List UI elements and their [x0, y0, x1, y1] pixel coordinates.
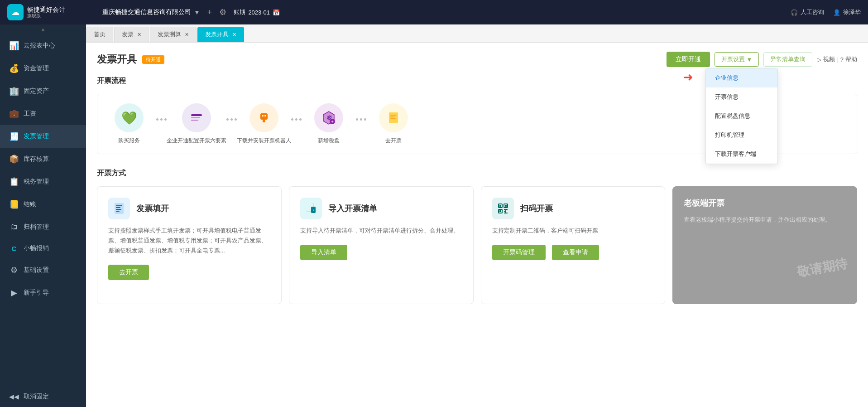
sidebar-item-gongzi[interactable]: 💼 工资 [0, 102, 86, 125]
header-actions: 立即开通 开票设置 ▼ 企业信息 开票信息 配置税盘信息 [667, 52, 858, 67]
tab-bar: 首页 发票 ✕ 发票测算 ✕ 发票开具 ✕ ✕ ⛶ [86, 24, 868, 43]
svg-rect-3 [260, 113, 268, 120]
sidebar-label-xiaochang: 小畅报销 [24, 244, 49, 252]
chevron-down-icon: ▼ [194, 9, 200, 16]
sidebar-item-yunbao[interactable]: 📊 云报表中心 [0, 34, 86, 57]
robot-svg-icon [257, 111, 271, 125]
tab-fapiaocesuan[interactable]: 发票测算 ✕ [150, 27, 197, 42]
sidebar-item-guidang[interactable]: 🗂 归档管理 [0, 216, 86, 238]
user-icon: 👤 [833, 9, 840, 16]
process-step-buy: 💚 购买服务 [102, 103, 156, 145]
dropdown-item-invoice[interactable]: 开票信息 [706, 87, 777, 107]
import-svg-icon: ← [305, 202, 317, 215]
dropdown-printer-label: 打印机管理 [715, 131, 744, 138]
add-button[interactable]: + [207, 8, 212, 17]
money-icon: 💰 [9, 63, 19, 73]
step-icon-config [182, 103, 211, 132]
method-card-boss-header: 老板端开票 [684, 198, 846, 208]
dropdown-item-taxdisk[interactable]: 配置税盘信息 [706, 107, 777, 126]
process-step-addtax: 税 + 新增税盘 [302, 103, 356, 145]
svg-rect-15 [115, 203, 124, 214]
method-card-manual-header: 发票填开 [108, 198, 270, 219]
sidebar-item-kucun[interactable]: 📦 库存核算 [0, 148, 86, 170]
activate-button[interactable]: 立即开通 [667, 52, 710, 67]
company-selector[interactable]: 重庆畅捷交通信息咨询有限公司 ▼ [102, 8, 200, 16]
svg-rect-18 [116, 209, 121, 210]
chart-icon: 📊 [9, 41, 19, 51]
anomaly-button[interactable]: 异常清单查询 [763, 52, 812, 67]
sidebar-item-fapiao[interactable]: 🧾 发票管理 [0, 125, 86, 148]
sidebar-item-zijin[interactable]: 💰 资金管理 [0, 57, 86, 80]
pin-icon: ◀◀ [9, 393, 19, 400]
svg-rect-0 [191, 114, 202, 116]
import-list-button[interactable]: 导入清单 [300, 245, 347, 260]
logo-area: ☁ 畅捷通好会计 旗舰版 [7, 4, 93, 20]
svg-rect-11 [389, 112, 398, 123]
tab-home-label: 首页 [94, 30, 106, 39]
manual-invoice-button[interactable]: 去开票 [108, 265, 149, 280]
process-dots-3 [291, 118, 302, 130]
step-label-addtax: 新增税盘 [318, 137, 340, 145]
methods-section-title: 开票方式 [97, 169, 857, 178]
tab-fapiaocesuan-close[interactable]: ✕ [185, 32, 189, 38]
company-name-text: 重庆畅捷交通信息咨询有限公司 [102, 8, 191, 16]
page-title-area: 发票开具 待开通 [97, 53, 164, 66]
scroll-up-btn[interactable]: ▲ [0, 24, 86, 34]
video-button[interactable]: ▷ 视频 | ? 帮助 [817, 55, 857, 63]
sidebar-item-jichu[interactable]: ⚙ 基础设置 [0, 259, 86, 281]
logo-icon: ☁ [7, 4, 24, 20]
invoice-icon: 🧾 [9, 131, 19, 141]
calendar-icon[interactable]: 📅 [273, 9, 280, 16]
video-label: 视频 [823, 55, 835, 63]
sidebar: ▲ 📊 云报表中心 💰 资金管理 🏢 固定资产 💼 工资 🧾 发票管理 📦 库存… [0, 24, 86, 407]
dot [226, 118, 229, 121]
consult-label: 人工咨询 [801, 8, 824, 16]
svg-rect-6 [263, 120, 265, 122]
step-icon-addtax: 税 + [314, 103, 343, 132]
settings-button[interactable]: 开票设置 ▼ [715, 52, 759, 67]
dot [295, 118, 297, 121]
import-icon: ← [300, 198, 322, 219]
tab-fapiaokaipu-close[interactable]: ✕ [232, 32, 236, 38]
tab-home[interactable]: 首页 [86, 27, 113, 42]
methods-section: 开票方式 发票填开 支持按照发票样式手工填 [97, 169, 857, 304]
sidebar-item-unpin[interactable]: ◀◀ 取消固定 [0, 386, 86, 407]
tab-fapiaokaipu[interactable]: 发票开具 ✕ [197, 27, 244, 42]
dot [156, 118, 158, 121]
view-application-button[interactable]: 查看申请 [552, 245, 599, 260]
svg-rect-19 [116, 211, 120, 212]
svg-rect-28 [505, 205, 507, 207]
period-label: 账期 [234, 8, 245, 16]
method-card-boss: 老板端开票 查看老板端小程序提交的开票申请，并作出相应的处理。 敬请期待 [672, 186, 857, 304]
process-step-install: 下载并安装开票机器人 [237, 103, 291, 145]
sidebar-item-shuiwu[interactable]: 📋 税务管理 [0, 170, 86, 193]
box-icon: 📦 [9, 154, 19, 164]
tab-fapiao-close[interactable]: ✕ [137, 32, 141, 38]
sidebar-item-xiaochang[interactable]: C 小畅报销 [0, 238, 86, 259]
svg-rect-14 [390, 118, 396, 119]
status-badge: 待开通 [142, 55, 164, 64]
dropdown-item-company[interactable]: 企业信息 [706, 68, 777, 87]
svg-rect-12 [390, 115, 397, 116]
sidebar-item-gudingzichan[interactable]: 🏢 固定资产 [0, 80, 86, 102]
app-sub: 旗舰版 [27, 13, 65, 19]
human-consult[interactable]: 🎧 人工咨询 [791, 8, 824, 16]
sidebar-item-jiezhang[interactable]: 📒 结账 [0, 193, 86, 216]
user-area[interactable]: 👤 徐泽华 [833, 8, 861, 16]
tab-fapiao[interactable]: 发票 ✕ [114, 27, 149, 42]
invoice-svg-icon [386, 111, 401, 125]
svg-rect-1 [191, 117, 200, 118]
method-card-import: ← 导入开票清单 支持导入待开票清单，可对待开票清单进行拆分、合并处理。 导入清… [289, 186, 474, 304]
dot [160, 118, 163, 121]
sidebar-item-xinshou[interactable]: ▶ 新手引导 [0, 281, 86, 304]
settings-icon[interactable]: ⚙ [219, 7, 226, 17]
method-title-manual: 发票填开 [136, 203, 169, 214]
dropdown-item-printer[interactable]: 打印机管理 [706, 126, 777, 145]
method-card-import-header: ← 导入开票清单 [300, 198, 462, 219]
method-desc-scan: 支持定制开票二维码，客户端可扫码开票 [492, 226, 654, 236]
qr-manage-button[interactable]: 开票码管理 [492, 245, 546, 260]
method-card-scan-header: 扫码开票 [492, 198, 654, 219]
svg-rect-29 [499, 210, 501, 212]
dropdown-company-info-label: 企业信息 [715, 74, 739, 81]
dropdown-item-download[interactable]: 下载开票客户端 [706, 145, 777, 164]
